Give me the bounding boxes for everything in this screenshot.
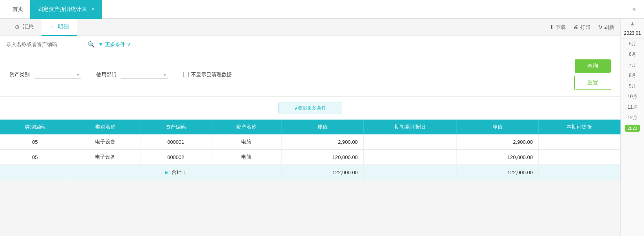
window-close-button[interactable]: × [632,5,636,14]
col-accum-depr: 期初累计折旧 [363,120,456,134]
cell-asset-name: 电脑 [211,150,281,165]
chevron-up-icon: ∧ [294,105,298,111]
search-input[interactable] [6,41,85,47]
cell-cat-code: 05 [0,134,70,150]
month-9[interactable]: 9月 [621,81,644,91]
summary-icon: ⊙ [14,24,20,30]
total-current-depr [538,165,620,180]
refresh-label: 刷新 [604,24,614,31]
cell-asset-code: 000001 [141,134,211,150]
year-badge[interactable]: 2023 [625,125,639,132]
refresh-button[interactable]: ↻ 刷新 [598,24,614,31]
col-current-depr: 本期计提折 [538,120,620,134]
col-cat-name: 类别名称 [70,120,141,134]
total-label-cell: ⊞ 合计： [70,165,281,180]
table-row: 05 电子设备 000001 电脑 2,900.00 2,900.00 [0,134,621,150]
filter-section: 资产类别 ▼ 使用部门 ▼ 不显示已清理数 [0,53,621,97]
cell-cat-name: 电子设备 [70,150,141,165]
refresh-icon: ↻ [598,24,603,30]
total-net-value: 122,900.00 [456,165,538,180]
data-table-container: 类别编码 类别名称 资产编码 资产名称 原值 期初累计折旧 净值 本期计提折 0… [0,120,621,180]
month-11[interactable]: 11月 [621,102,644,113]
download-button[interactable]: ⬇ 下载 [550,24,566,31]
toolbar-right: ⬇ 下载 🖨 打印 ↻ 刷新 [550,24,614,31]
print-button[interactable]: 🖨 打印 [574,24,590,31]
total-icon-cell [0,165,70,180]
collapse-row: ∧ 收起更多条件 [0,97,621,120]
more-filter-button[interactable]: ▼ 更多条件 ∨ [98,41,131,48]
cell-original-value: 2,900.00 [281,134,363,150]
filter-actions: 查询 重置 [574,59,611,90]
detail-icon: ≡ [49,24,56,30]
total-icon: ⊞ [165,170,169,175]
month-10[interactable]: 10月 [621,91,644,102]
hide-cleared-group: 不显示已清理数据 [183,71,232,78]
collapse-more-button[interactable]: ∧ 收起更多条件 [278,102,342,114]
hide-cleared-checkbox[interactable] [183,72,189,77]
search-bar: 🔍 ▼ 更多条件 ∨ [0,36,621,53]
month-8[interactable]: 8月 [621,70,644,81]
cell-accum-depr [363,134,456,150]
active-tab[interactable]: 固定资产折旧统计表 × [30,0,102,19]
cell-current-depr [538,134,620,150]
use-dept-filter: 使用部门 ▼ [96,71,168,79]
asset-type-select-wrapper: ▼ [34,71,81,79]
col-net-value: 净值 [456,120,538,134]
search-icon[interactable]: 🔍 [88,41,95,48]
date-label: 2023.01 [621,28,644,39]
tab-summary[interactable]: ⊙ 汇总 [6,19,41,36]
tab-label: 固定资产折旧统计表 [38,6,87,13]
total-label: 合计： [171,169,187,175]
cell-current-depr [538,150,620,165]
cell-cat-code: 05 [0,150,70,165]
filter-icon: ▼ [98,41,103,47]
col-asset-code: 资产编码 [141,120,211,134]
asset-type-filter: 资产类别 ▼ [9,71,81,79]
total-original-value: 122,900.00 [281,165,363,180]
tab-detail[interactable]: ≡ 明细 [41,19,77,36]
more-filter-label: 更多条件 [105,41,125,48]
nav-home[interactable]: 首页 [6,0,30,19]
top-nav: 首页 固定资产折旧统计表 × × [0,0,644,19]
summary-label: 汇总 [23,23,34,30]
table-row: 05 电子设备 000002 电脑 120,000.00 120,000.00 [0,150,621,165]
right-date-panel: ▲ 2023.01 5月 6月 7月 8月 9月 10月 11月 12月 202… [621,19,644,236]
download-label: 下载 [556,24,566,31]
col-original-value: 原值 [281,120,363,134]
asset-type-label: 资产类别 [9,71,30,78]
cell-cat-name: 电子设备 [70,134,141,150]
total-row: ⊞ 合计： 122,900.00 122,900.00 [0,165,621,180]
data-table: 类别编码 类别名称 资产编码 资产名称 原值 期初累计折旧 净值 本期计提折 0… [0,120,621,180]
reset-button[interactable]: 重置 [574,76,611,90]
cell-net-value: 2,900.00 [456,134,538,150]
use-dept-select[interactable] [121,71,168,79]
date-nav-up[interactable]: ▲ [630,19,635,28]
download-icon: ⬇ [550,24,554,30]
print-label: 打印 [580,24,590,31]
cell-accum-depr [363,150,456,165]
month-7[interactable]: 7月 [621,60,644,70]
filter-row: 资产类别 ▼ 使用部门 ▼ 不显示已清理数 [9,59,611,90]
tab-close-icon[interactable]: × [92,7,94,12]
detail-label: 明细 [58,23,69,30]
total-accum-depr [363,165,456,180]
asset-type-select[interactable] [34,71,81,79]
month-12[interactable]: 12月 [621,113,644,123]
col-cat-code: 类别编码 [0,120,70,134]
hide-cleared-label: 不显示已清理数据 [191,71,232,78]
cell-asset-name: 电脑 [211,134,281,150]
month-5[interactable]: 5月 [621,39,644,49]
use-dept-select-wrapper: ▼ [121,71,168,79]
query-button[interactable]: 查询 [575,59,611,73]
month-6[interactable]: 6月 [621,49,644,60]
cell-asset-code: 000002 [141,150,211,165]
print-icon: 🖨 [574,24,579,30]
cell-original-value: 120,000.00 [281,150,363,165]
chevron-down-icon: ∨ [127,41,131,47]
use-dept-label: 使用部门 [96,71,117,78]
collapse-more-label: 收起更多条件 [298,105,326,111]
cell-net-value: 120,000.00 [456,150,538,165]
table-header-row: 类别编码 类别名称 资产编码 资产名称 原值 期初累计折旧 净值 本期计提折 [0,120,621,134]
sub-tabs-bar: ⊙ 汇总 ≡ 明细 ⬇ 下载 🖨 打印 ↻ 刷新 [0,19,621,36]
main-content: ⊙ 汇总 ≡ 明细 ⬇ 下载 🖨 打印 ↻ 刷新 🔍 ▼ [0,19,621,180]
